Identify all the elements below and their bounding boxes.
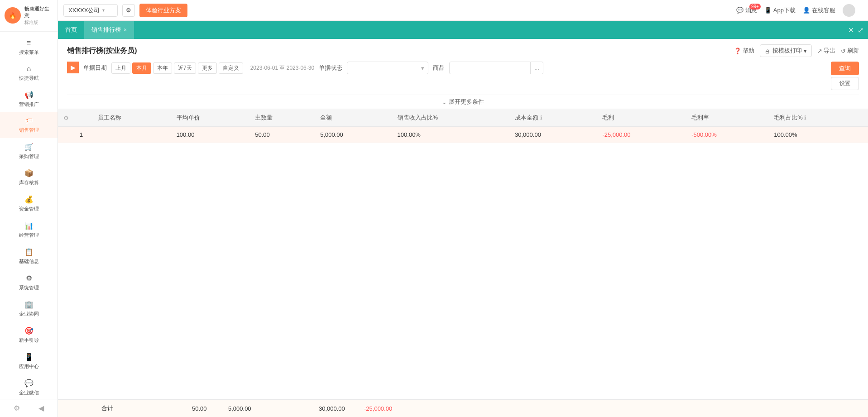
td-employee-name [92,127,171,143]
filter-toggle-arrow[interactable]: ▶ [67,62,79,73]
footer-amount: 5,000.00 [223,405,264,412]
sidebar-item-label: 搜索菜单 [19,49,39,56]
window-close-icon[interactable]: ✕ [848,26,854,34]
page-header: 销售排行榜(按业务员) ❓ 帮助 🖨 按模板打印 ▾ ↗ 导出 [58,39,868,109]
tab-home[interactable]: 首页 [58,21,84,39]
sidebar-item-label: 新手引导 [19,337,39,344]
sidebar: 🔥 畅康通好生意 标准版 ≡ 搜索菜单 ⌂ 快捷导航 📢 营销推广 🏷 销售管理… [0,0,58,417]
sidebar-item-guide[interactable]: 🎯 新手引导 [0,322,58,348]
sidebar-item-marketing[interactable]: 📢 营销推广 [0,86,58,112]
td-cost: 30,000.00 [509,127,597,143]
sidebar-item-enterprise[interactable]: 🏢 企业协同 [0,296,58,322]
home-icon: ⌂ [27,65,31,73]
wechat-icon: 💬 [24,379,34,388]
company-selector[interactable]: XXXXX公司 ▾ [63,4,118,17]
column-settings-icon[interactable]: ⚙ [63,115,69,121]
sidebar-item-label: 企业微信 [19,389,39,396]
sidebar-item-label: 快捷导航 [19,75,39,81]
export-button[interactable]: ↗ 导出 [817,47,835,55]
sidebar-item-system[interactable]: ⚙ 系统管理 [0,269,58,296]
footer-qty: 50.00 [187,405,223,412]
sales-icon: 🏷 [25,117,33,125]
help-link[interactable]: ❓ 帮助 [734,47,754,55]
app-download-button[interactable]: 📱 App下载 [764,6,796,14]
sidebar-item-finance[interactable]: 💰 资金管理 [0,191,58,217]
print-button[interactable]: 🖨 按模板打印 ▾ [760,44,812,57]
chevron-down-small-icon: ⌄ [442,99,447,105]
chevron-down-icon: ▾ [102,8,105,13]
td-sales-pct: 100.00% [392,127,509,143]
sidebar-item-operations[interactable]: 📊 经营管理 [0,217,58,243]
export-label: 导出 [824,47,835,55]
date-btn-more[interactable]: 更多 [198,62,217,74]
gear-icon: ⚙ [126,7,131,14]
table-footer: 合计 50.00 5,000.00 30,000.00 -25,000.00 [58,399,868,417]
search-menu-icon: ≡ [27,39,31,47]
footer-cells: 合计 50.00 5,000.00 30,000.00 -25,000.00 [63,404,863,412]
message-button[interactable]: 💬 消息 99+ [736,6,757,14]
td-amount: 5,000.00 [315,127,392,143]
filter-right-buttons: 查询 设置 [831,62,859,90]
status-filter-label: 单据状态 [319,64,342,72]
settings-footer-icon[interactable]: ⚙ [14,404,20,412]
table-container: ⚙ 员工名称 平均单价 主数量 全额 [58,109,868,399]
company-name: XXXXX公司 [68,6,100,14]
sidebar-item-label: 基础信息 [19,258,39,265]
system-icon: ⚙ [26,274,32,283]
online-service-label: 在线客服 [812,6,835,14]
sidebar-item-purchase[interactable]: 🛒 采购管理 [0,138,58,164]
expand-more-button[interactable]: ⌄ 展开更多条件 [67,95,859,109]
sidebar-item-basic[interactable]: 📋 基础信息 [0,243,58,269]
tab-close-icon[interactable]: × [124,27,127,33]
date-btn-last-month[interactable]: 上月 [111,62,130,74]
cost-help-icon[interactable]: ℹ [540,115,542,121]
sidebar-item-shortcut[interactable]: ⌂ 快捷导航 [0,60,58,86]
sidebar-item-sales[interactable]: 🏷 销售管理 [0,112,58,138]
sidebar-item-label: 采购管理 [19,153,39,160]
date-btn-this-month[interactable]: 本月 [132,62,151,74]
window-expand-icon[interactable]: ⤢ [858,26,863,34]
footer-total-label: 合计 [96,404,141,412]
goods-more-icon[interactable]: ... [534,65,539,72]
help-label: 帮助 [743,47,754,55]
sidebar-item-wechat[interactable]: 💬 企业微信 [0,374,58,399]
status-dropdown[interactable]: ▾ [347,62,428,74]
sidebar-item-label: 经营管理 [19,232,39,239]
goods-input[interactable] [449,62,531,74]
avatar[interactable] [843,4,855,17]
settings-button[interactable]: ⚙ [122,4,135,17]
gross-pct-help-icon[interactable]: ℹ [804,115,806,121]
th-settings: ⚙ [58,109,74,127]
operations-icon: 📊 [24,221,34,230]
content-area: 销售排行榜(按业务员) ❓ 帮助 🖨 按模板打印 ▾ ↗ 导出 [58,39,868,417]
basic-icon: 📋 [24,248,34,256]
collapse-sidebar-icon[interactable]: ◀ [38,404,44,412]
print-label: 按模板打印 [772,47,802,55]
settings-button-filter[interactable]: 设置 [831,77,859,90]
page-title: 销售排行榜(按业务员) [67,46,137,56]
online-service-button[interactable]: 👤 在线客服 [803,6,835,14]
refresh-label: 刷新 [847,47,859,55]
refresh-button[interactable]: ↺ 刷新 [841,47,859,55]
trial-button[interactable]: 体验行业方案 [139,4,187,17]
date-range-display: 2023-06-01 至 2023-06-30 [250,64,314,72]
sidebar-item-apps[interactable]: 📱 应用中心 [0,348,58,374]
inventory-icon: 📦 [24,169,34,177]
sidebar-item-label: 库存核算 [19,179,39,186]
logo-area: 🔥 畅康通好生意 标准版 [0,0,58,32]
export-icon: ↗ [817,48,822,54]
th-rank [74,109,92,127]
data-table: ⚙ 员工名称 平均单价 主数量 全额 [58,109,868,143]
tab-sales-ranking[interactable]: 销售排行榜 × [84,21,134,39]
query-button[interactable]: 查询 [831,62,859,75]
message-icon: 💬 [736,7,743,14]
date-btn-7days[interactable]: 近7天 [174,62,196,74]
tab-label: 销售排行榜 [91,26,121,34]
date-btn-custom[interactable]: 自定义 [219,62,243,74]
app-version: 标准版 [24,19,53,26]
message-badge: 99+ [749,4,761,10]
date-btn-this-year[interactable]: 本年 [153,62,172,74]
sidebar-item-search[interactable]: ≡ 搜索菜单 [0,34,58,60]
th-qty: 主数量 [249,109,315,127]
sidebar-item-inventory[interactable]: 📦 库存核算 [0,164,58,191]
